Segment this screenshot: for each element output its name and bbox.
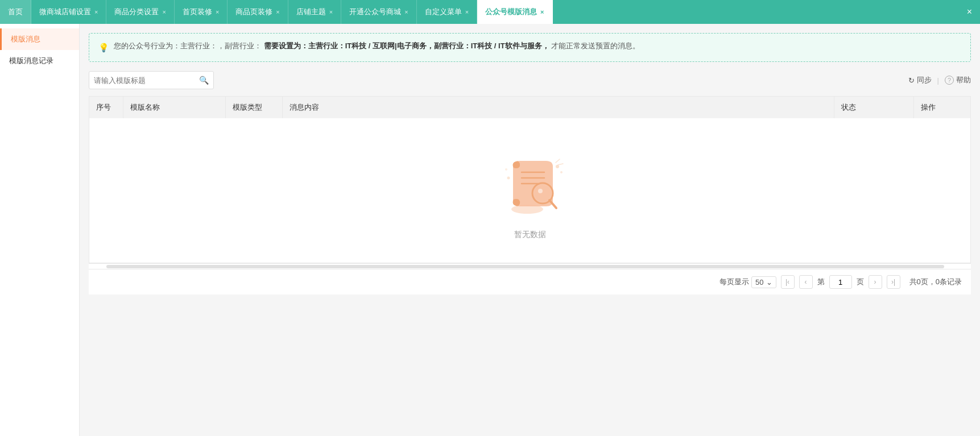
page-size-dropdown[interactable]: 50 ⌄: [751, 276, 776, 288]
next-page-button[interactable]: ›: [869, 275, 882, 289]
nav-tab-home-decor-close[interactable]: ×: [216, 9, 219, 15]
nav-tab-home-decor[interactable]: 首页装修 ×: [175, 0, 228, 24]
sidebar-item-template-msg-label: 模版消息: [11, 35, 40, 43]
sidebar-item-template-msg[interactable]: 模版消息: [0, 28, 79, 50]
svg-line-13: [558, 164, 563, 165]
th-action: 操作: [914, 97, 971, 119]
nav-tab-custom-menu-label: 自定义菜单: [425, 7, 462, 17]
th-status: 状态: [834, 97, 914, 119]
svg-point-9: [560, 171, 563, 173]
nav-tab-wechat-shop[interactable]: 微商城店铺设置 ×: [31, 0, 106, 24]
nav-close-all-button[interactable]: ×: [959, 7, 980, 17]
search-input[interactable]: [94, 76, 199, 85]
th-seq: 序号: [89, 97, 123, 119]
th-type: 模版类型: [226, 97, 283, 119]
empty-text: 暂无数据: [89, 230, 970, 240]
scrollbar-area[interactable]: [89, 263, 971, 269]
nav-tab-product-category-close[interactable]: ×: [162, 9, 166, 15]
page-size-value: 50: [755, 278, 763, 286]
toolbar-divider: |: [937, 76, 939, 85]
sync-button[interactable]: ↻ 同步: [908, 75, 932, 85]
notice-text: 您的公众号行业为：主营行业：，副营行业： 需要设置为：主营行业：IT科技 / 互…: [114, 40, 640, 52]
th-content: 消息内容: [283, 97, 834, 119]
nav-tab-shop-theme-label: 店铺主题: [296, 7, 326, 17]
first-page-button[interactable]: |‹: [781, 275, 795, 289]
svg-point-5: [535, 185, 551, 201]
empty-illustration: [496, 152, 564, 221]
search-box[interactable]: 🔍: [89, 71, 214, 89]
nav-tab-shop-theme[interactable]: 店铺主题 ×: [288, 0, 341, 24]
nav-tab-open-mall[interactable]: 开通公众号商城 ×: [341, 0, 416, 24]
nav-tab-template-msg-close[interactable]: ×: [540, 9, 544, 15]
help-button[interactable]: ? 帮助: [945, 75, 971, 85]
scrollbar-track[interactable]: [106, 265, 944, 268]
page-di-label: 第: [817, 277, 825, 287]
empty-state: 暂无数据: [89, 118, 970, 263]
svg-line-12: [556, 159, 560, 163]
sync-icon: ↻: [908, 76, 915, 85]
nav-tab-home[interactable]: 首页: [0, 0, 31, 24]
page-size-select: 每页显示 50 ⌄: [720, 276, 776, 288]
nav-tab-custom-menu-close[interactable]: ×: [465, 9, 469, 15]
nav-tab-custom-menu[interactable]: 自定义菜单 ×: [417, 0, 477, 24]
chevron-down-icon: ⌄: [766, 278, 772, 286]
notice-text-before: 您的公众号行业为：主营行业：，副营行业：: [114, 41, 262, 50]
help-label: 帮助: [956, 75, 971, 85]
sidebar-item-template-msg-log[interactable]: 模版消息记录: [0, 50, 79, 72]
content-area: 💡 您的公众号行业为：主营行业：，副营行业： 需要设置为：主营行业：IT科技 /…: [80, 24, 980, 436]
svg-point-8: [556, 165, 559, 168]
nav-tab-product-decor-label: 商品页装修: [235, 7, 272, 17]
nav-tab-wechat-shop-close[interactable]: ×: [94, 9, 98, 15]
notice-highlight: 需要设置为：主营行业：IT科技 / 互联网|电子商务，副营行业：IT科技 / I…: [264, 41, 549, 50]
page-size-label: 每页显示: [720, 277, 749, 287]
nav-tab-product-decor[interactable]: 商品页装修 ×: [228, 0, 288, 24]
toolbar-right: ↻ 同步 | ? 帮助: [908, 75, 971, 85]
svg-point-11: [505, 168, 507, 171]
help-icon: ?: [945, 76, 954, 85]
sync-label: 同步: [917, 75, 932, 85]
sidebar-item-template-msg-log-label: 模版消息记录: [9, 56, 53, 65]
page-unit-label: 页: [857, 277, 864, 287]
current-page-input[interactable]: [829, 275, 852, 289]
nav-tab-wechat-shop-label: 微商城店铺设置: [39, 7, 91, 17]
notice-text-after: 才能正常发送预置的消息。: [551, 41, 640, 50]
notice-banner: 💡 您的公众号行业为：主营行业：，副营行业： 需要设置为：主营行业：IT科技 /…: [89, 33, 971, 62]
sidebar: 模版消息 模版消息记录: [0, 24, 80, 436]
notice-icon: 💡: [98, 41, 109, 55]
empty-svg: [496, 152, 564, 221]
nav-tab-open-mall-close[interactable]: ×: [404, 9, 408, 15]
nav-tab-shop-theme-close[interactable]: ×: [329, 9, 333, 15]
nav-tab-product-decor-close[interactable]: ×: [276, 9, 279, 15]
nav-tab-home-decor-label: 首页装修: [183, 7, 212, 17]
top-nav: 首页 微商城店铺设置 × 商品分类设置 × 首页装修 × 商品页装修 × 店铺主…: [0, 0, 980, 24]
search-icon[interactable]: 🔍: [199, 76, 209, 85]
table-empty-row: 暂无数据: [89, 118, 971, 263]
nav-tab-template-msg-label: 公众号模版消息: [485, 7, 537, 17]
nav-tab-home-label: 首页: [8, 7, 23, 17]
pagination-row: 每页显示 50 ⌄ |‹ ‹ 第 页 › ›| 共0页，0条记录: [89, 269, 971, 294]
last-page-button[interactable]: ›|: [887, 275, 900, 289]
nav-tab-open-mall-label: 开通公众号商城: [349, 7, 401, 17]
nav-tab-product-category-label: 商品分类设置: [114, 7, 159, 17]
table-container: 序号 模版名称 模版类型 消息内容 状态: [89, 96, 971, 294]
nav-tab-template-msg[interactable]: 公众号模版消息 ×: [477, 0, 552, 24]
nav-tab-product-category[interactable]: 商品分类设置 ×: [106, 0, 174, 24]
toolbar-row: 🔍 ↻ 同步 | ? 帮助: [89, 71, 971, 89]
main-layout: 模版消息 模版消息记录 💡 您的公众号行业为：主营行业：，副营行业： 需要设置为…: [0, 24, 980, 436]
total-info: 共0页，0条记录: [909, 277, 962, 287]
table-header-row: 序号 模版名称 模版类型 消息内容 状态: [89, 97, 971, 119]
prev-page-button[interactable]: ‹: [799, 275, 813, 289]
svg-point-10: [507, 177, 510, 180]
th-name: 模版名称: [123, 97, 226, 119]
data-table: 序号 模版名称 模版类型 消息内容 状态: [89, 96, 971, 263]
svg-point-7: [538, 189, 543, 193]
